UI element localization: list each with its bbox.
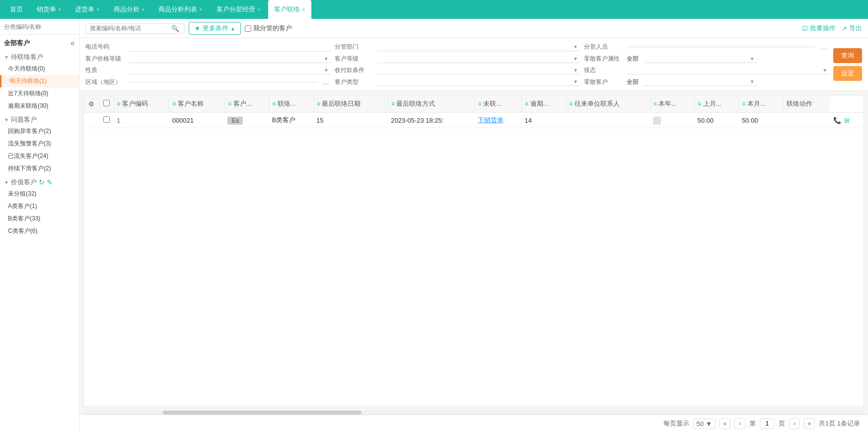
status-select[interactable]: ▼ <box>627 67 829 74</box>
sidebar-item-unclassified[interactable]: 未分组(32) <box>0 188 79 200</box>
toolbar: 🔍 ▼ 更多条件 ▲ 我分管的客户 ☑ 批量操作 ↗ 导出 <box>79 19 868 38</box>
arrow-problem-icon: ▼ <box>4 117 9 123</box>
col-last-month-header[interactable]: ≡ 上月... <box>694 95 738 113</box>
batch-op-button[interactable]: ☑ 批量操作 <box>802 24 836 33</box>
price-level-chevron-icon: ▼ <box>324 56 329 62</box>
sidebar-item-class-b[interactable]: B类客户(33) <box>0 213 79 225</box>
last-page-button[interactable]: » <box>804 418 815 429</box>
scrollbar-thumb[interactable] <box>163 411 362 415</box>
close-customer-contact-icon[interactable]: × <box>302 6 305 12</box>
sidebar-item-churn-warning[interactable]: 流失预警客户(3) <box>0 138 79 150</box>
customer-level-chevron-icon: ▼ <box>573 56 578 62</box>
sidebar-item-repurchase-anomaly[interactable]: 回购异常客户(2) <box>0 125 79 138</box>
region-ellipsis-icon[interactable]: ... <box>320 77 331 86</box>
first-page-button[interactable]: « <box>720 418 730 429</box>
col-name-header[interactable]: ≡ 客户名称 <box>169 95 225 113</box>
close-product-analysis-icon[interactable]: × <box>142 6 145 12</box>
horizontal-scrollbar[interactable] <box>83 411 864 415</box>
col-type-header[interactable]: ≡ 客户... <box>224 95 269 113</box>
sidebar-item-churned[interactable]: 已流失客户(24) <box>0 150 79 162</box>
row-checkbox[interactable] <box>103 116 110 123</box>
sidebar-search-input[interactable] <box>4 23 78 30</box>
sidebar-item-today-contact[interactable]: 今天待联络(0) <box>0 63 79 75</box>
dept-label: 分管部门 <box>335 43 374 51</box>
sidebar-item-declining[interactable]: 持续下滑客户(2) <box>0 162 79 175</box>
person-ellipsis-icon[interactable]: ... <box>819 43 829 52</box>
edit-value-icon[interactable]: ✎ <box>47 178 53 186</box>
refresh-value-icon[interactable]: ↻ <box>39 178 45 186</box>
col-gear-header[interactable]: ⚙ <box>84 95 99 113</box>
price-level-select[interactable]: ▼ <box>128 55 331 63</box>
search-input[interactable] <box>90 25 169 32</box>
last-contact-method-link[interactable]: 下销货单 <box>478 116 504 124</box>
col-last-date-header[interactable]: ≡ 最后联络日期 <box>313 95 388 113</box>
my-customers-checkbox-wrap[interactable]: 我分管的客户 <box>245 24 292 33</box>
payment-select[interactable]: ▼ <box>377 67 580 74</box>
row-check[interactable] <box>99 113 114 128</box>
dept-select[interactable]: ▼ <box>377 43 580 51</box>
search-wrap: 🔍 <box>85 23 185 34</box>
sidebar-item-overdue-contact[interactable]: 逾期未联络(30) <box>0 100 79 112</box>
top-navigation: 首页 销货单 × 进货单 × 商品分析 × 商品分析列表 × 客户分层经营 × … <box>0 0 868 19</box>
nature-select[interactable]: ▼ <box>128 67 331 74</box>
col-contact-person-header[interactable]: ≡ 往来单位联系人 <box>566 95 650 113</box>
retail-customer-chevron-icon: ▼ <box>750 79 755 84</box>
prev-page-button[interactable]: ‹ <box>734 418 745 429</box>
row-contact-count: 15 <box>313 113 388 128</box>
col-check-header[interactable] <box>99 95 114 113</box>
export-button[interactable]: ↗ 导出 <box>842 24 862 33</box>
settings-button[interactable]: 设置 <box>833 66 862 81</box>
close-purchase-order-icon[interactable]: × <box>96 6 99 12</box>
filter-icon: ▼ <box>194 25 201 32</box>
group-problem-customers[interactable]: ▼ 问题客户 <box>0 112 79 125</box>
group-pending-contact[interactable]: ▼ 待联络客户 <box>0 50 79 63</box>
row-gear <box>84 113 99 128</box>
nav-home[interactable]: 首页 <box>4 0 29 19</box>
phone-input[interactable] <box>128 42 331 52</box>
retail-customer-select[interactable]: ▼ <box>644 78 757 86</box>
close-product-analysis-list-icon[interactable]: × <box>199 6 202 12</box>
close-customer-layering-icon[interactable]: × <box>257 6 260 12</box>
col-last-method-header[interactable]: ≡ 最后联络方式 <box>388 95 475 113</box>
col-overdue-header[interactable]: ≡ 逾期... <box>521 95 566 113</box>
nav-customer-contact[interactable]: 客户联络 × <box>268 0 311 19</box>
sidebar-item-class-a[interactable]: A类客户(1) <box>0 200 79 213</box>
query-button[interactable]: 查询 <box>833 48 862 63</box>
sidebar-collapse-icon[interactable]: « <box>71 39 75 48</box>
sidebar-item-tomorrow-contact[interactable]: 明天待联络(1) <box>0 75 79 87</box>
nav-customer-layering[interactable]: 客户分层经营 × <box>211 0 266 19</box>
my-customers-checkbox[interactable] <box>245 25 251 32</box>
close-sales-order-icon[interactable]: × <box>58 6 61 12</box>
nav-purchase-order[interactable]: 进货单 × <box>69 0 105 19</box>
col-this-month-header[interactable]: ≡ 本月... <box>739 95 783 113</box>
retail-attr-select[interactable]: ▼ <box>644 55 757 63</box>
group-value-customers[interactable]: ▼ 价值客户 ↻ ✎ <box>0 175 79 188</box>
nav-product-analysis-list[interactable]: 商品分析列表 × <box>152 0 208 19</box>
page-input[interactable] <box>760 419 775 429</box>
filter-price-level: 客户价格等级 ▼ <box>85 55 331 63</box>
person-label: 分管人员 <box>584 43 624 51</box>
more-filter-button[interactable]: ▼ 更多条件 ▲ <box>189 22 241 35</box>
col-code-header[interactable]: ≡ 客户编码 <box>114 95 169 113</box>
grid-action-icon[interactable]: ⊞ <box>844 117 850 124</box>
next-page-button[interactable]: › <box>789 418 800 429</box>
row-last-contact-method[interactable]: 下销货单 <box>475 113 522 128</box>
col-unlinking-header[interactable]: ≡ 未联... <box>475 95 522 113</box>
filter-customer-type: 客户类型 ▼ <box>335 78 580 86</box>
select-all-checkbox[interactable] <box>103 100 110 106</box>
sidebar-item-7days-contact[interactable]: 近7天待联络(0) <box>0 87 79 100</box>
customer-level-select[interactable]: ▼ <box>377 55 580 63</box>
filter-phone: 电话号码 <box>85 42 331 52</box>
col-this-year-header[interactable]: ≡ 本年... <box>650 95 694 113</box>
customer-type-select[interactable]: ▼ <box>377 78 580 86</box>
nav-product-analysis[interactable]: 商品分析 × <box>108 0 150 19</box>
per-page-select[interactable]: 50 ▼ <box>693 419 716 429</box>
page-label: 第 <box>749 419 756 428</box>
search-icon[interactable]: 🔍 <box>171 25 179 32</box>
customer-type-chevron-icon: ▼ <box>573 79 578 84</box>
call-action-icon[interactable]: 📞 <box>833 117 841 124</box>
row-this-month <box>783 113 830 128</box>
col-contact-header[interactable]: ≡ 联络... <box>269 95 313 113</box>
sidebar-item-class-c[interactable]: C类客户(6) <box>0 225 79 237</box>
nav-sales-order[interactable]: 销货单 × <box>31 0 67 19</box>
